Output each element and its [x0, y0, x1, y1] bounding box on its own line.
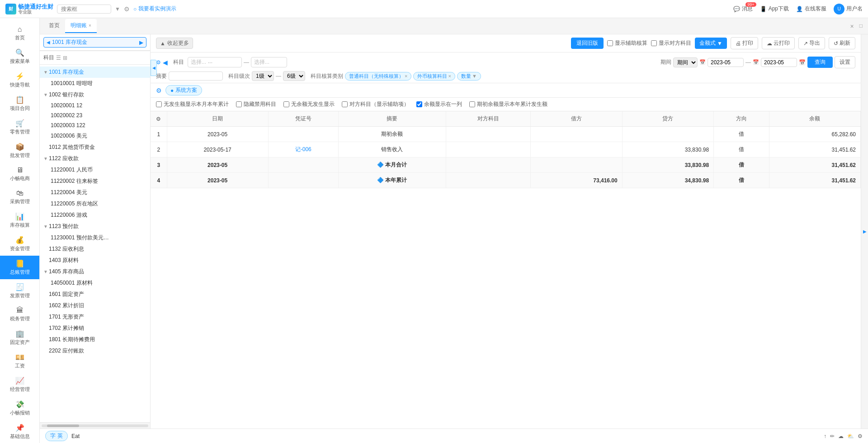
filter-icon[interactable]: ⚙: [156, 87, 162, 94]
cb-opposite-subject-input[interactable]: [342, 101, 348, 107]
sidebar-item-finance[interactable]: 💰 资金管理: [0, 232, 39, 256]
filter-sort-icon[interactable]: ◀: [163, 59, 168, 66]
tree-item-1701[interactable]: ▶ 1701 无形资产: [40, 311, 150, 323]
show-aux-checkbox[interactable]: [607, 40, 613, 46]
setting-button[interactable]: 设置: [835, 56, 855, 68]
expand-more-button[interactable]: ▲ 收起更多: [156, 38, 193, 49]
print-button[interactable]: 🖨 打印: [731, 37, 758, 49]
period-start-input[interactable]: [708, 58, 744, 67]
tree-item-1012[interactable]: ▶ 1012 其他货币资金: [40, 142, 150, 153]
tag-close-ordinary[interactable]: ×: [405, 73, 407, 79]
tree-item-10010001[interactable]: 10010001 咁咁咁: [40, 78, 150, 89]
tag-close-quantity[interactable]: ▼: [472, 73, 477, 79]
tree-view-icon[interactable]: ⊞: [63, 55, 67, 61]
tree-item-1403[interactable]: ▶ 1403 原材料: [40, 255, 150, 266]
forward-arrow-icon[interactable]: ▶: [139, 39, 143, 46]
demo-button[interactable]: ○ 我要看实例演示: [133, 5, 176, 13]
tree-item-11220005[interactable]: 11220005 所在地区: [40, 198, 150, 210]
sidebar-item-purchase[interactable]: 🛍 采购管理: [0, 186, 39, 209]
amount-format-button[interactable]: 金额式 ▼: [695, 38, 727, 49]
tree-item-1405[interactable]: ▼ 1405 库存商品: [40, 266, 150, 277]
show-opposite-checkbox[interactable]: [651, 40, 657, 46]
cb-no-balance-input[interactable]: [283, 101, 289, 107]
tab-close-icon[interactable]: ×: [89, 23, 91, 28]
system-scheme-button[interactable]: ● 系统方案: [165, 85, 202, 95]
cb-balance-one-col[interactable]: 余额显示在一列: [416, 100, 462, 108]
period-type-select[interactable]: 期间: [673, 57, 698, 67]
cb-no-transaction-input[interactable]: [156, 101, 162, 107]
back-old-version-button[interactable]: 退回旧版: [571, 38, 604, 49]
query-button[interactable]: 查询: [807, 57, 833, 68]
sidebar-item-retail[interactable]: 🛒 零售管理: [0, 115, 39, 139]
tree-item-1602[interactable]: ▶ 1602 累计折旧: [40, 300, 150, 311]
level-to-select[interactable]: 6级: [283, 71, 305, 81]
sidebar-item-operations[interactable]: 📈 经营管理: [0, 373, 39, 396]
left-collapse-toggle[interactable]: ◀: [151, 60, 157, 76]
status-gear-icon[interactable]: ⚙: [858, 433, 863, 439]
tree-item-10020001[interactable]: 10020001 12: [40, 100, 150, 110]
tree-item-11220004[interactable]: 11220004 美元: [40, 187, 150, 198]
window-expand-icon[interactable]: □: [858, 23, 864, 30]
tree-item-1002[interactable]: ▼ 1002 银行存款: [40, 89, 150, 100]
sidebar-item-inventory[interactable]: 📊 库存核算: [0, 209, 39, 232]
tree-item-10020003[interactable]: 10020003 122: [40, 120, 150, 130]
tree-item-2202[interactable]: ▶ 2202 应付账款: [40, 345, 150, 357]
tab-detail[interactable]: 明细账 ×: [65, 19, 97, 33]
cb-no-transaction[interactable]: 无发生额显示本月本年累计: [156, 100, 229, 108]
cb-opening-balance-input[interactable]: [469, 101, 475, 107]
tree-item-1123[interactable]: ▼ 1123 预付款: [40, 221, 150, 232]
cb-hide-disabled[interactable]: 隐藏禁用科目: [236, 100, 276, 108]
cb-hide-disabled-input[interactable]: [236, 101, 242, 107]
tree-item-11230001[interactable]: 11230001 预付款美元…: [40, 232, 150, 243]
cb-opposite-subject[interactable]: 对方科目（显示辅助项）: [342, 100, 409, 108]
cb-balance-one-col-input[interactable]: [416, 101, 422, 107]
tree-item-11220001[interactable]: 11220001 人民币: [40, 164, 150, 176]
tree-item-10020002[interactable]: 10020002 23: [40, 110, 150, 120]
tree-item-1122[interactable]: ▼ 1122 应收款: [40, 153, 150, 164]
show-aux-check[interactable]: 显示辅助核算: [607, 39, 647, 47]
sidebar-item-search[interactable]: 🔍 搜索菜单: [0, 45, 39, 68]
tab-home[interactable]: 首页: [43, 19, 65, 33]
status-up-icon[interactable]: ↑: [824, 433, 826, 439]
user-action[interactable]: U 用户名: [834, 4, 863, 14]
sidebar-item-invoice[interactable]: 🧾 发票管理: [0, 279, 39, 303]
dropdown-icon[interactable]: ▼: [115, 6, 120, 12]
list-view-icon[interactable]: ☰: [56, 55, 61, 61]
window-close-icon[interactable]: ×: [849, 23, 856, 30]
level-from-select[interactable]: 1级: [252, 71, 274, 81]
search-input[interactable]: [57, 5, 111, 14]
tree-item-10020006[interactable]: 10020006 美元: [40, 130, 150, 142]
row-voucher-2[interactable]: 记-006: [268, 142, 338, 157]
sidebar-item-wholesale[interactable]: 📦 批发管理: [0, 139, 39, 162]
summary-input[interactable]: [169, 71, 223, 81]
tree-item-1132[interactable]: ▶ 1132 应收利息: [40, 243, 150, 255]
sidebar-item-expense[interactable]: 💸 小畅报销: [0, 396, 39, 420]
right-edge-collapse[interactable]: ▶: [861, 34, 868, 429]
sidebar-item-salary[interactable]: 💴 工资: [0, 349, 39, 373]
sidebar-item-tax[interactable]: 🏛 税务管理: [0, 303, 39, 326]
status-cloud2-icon[interactable]: ⛅: [847, 433, 854, 439]
sidebar-item-ecommerce[interactable]: 🖥 小畅电商: [0, 162, 39, 186]
cb-opening-balance[interactable]: 期初余额显示本年累计发生额: [469, 100, 547, 108]
sidebar-item-home[interactable]: ⌂ 首页: [0, 22, 39, 45]
show-opposite-check[interactable]: 显示对方科目: [651, 39, 691, 47]
tree-item-1801[interactable]: ▶ 1801 长期待摊费用: [40, 334, 150, 345]
period-end-input[interactable]: [761, 58, 797, 67]
cloud-print-button[interactable]: ☁ 云打印: [762, 37, 795, 49]
translate-button[interactable]: 字 英: [45, 431, 68, 441]
tree-item-11220006[interactable]: 11220006 游戏: [40, 210, 150, 221]
sidebar-item-project[interactable]: 📋 项目合同: [0, 92, 39, 115]
tree-item-11220002[interactable]: 11220002 往来标签: [40, 176, 150, 187]
refresh-button[interactable]: ↺ 刷新: [829, 37, 855, 49]
status-edit-icon[interactable]: ✏: [830, 433, 835, 439]
export-button[interactable]: ↗ 导出: [798, 37, 825, 49]
sidebar-item-quicknav[interactable]: ⚡ 快捷导航: [0, 68, 39, 92]
col-gear[interactable]: ⚙: [151, 111, 167, 127]
tree-item-1001[interactable]: ▼ 1001 库存现金: [40, 67, 150, 78]
message-action[interactable]: 💬 消息 99+: [733, 5, 753, 13]
tree-item-1601[interactable]: ▶ 1601 固定资产: [40, 289, 150, 300]
tree-item-14050001[interactable]: 14050001 原材料: [40, 277, 150, 289]
tag-close-foreign[interactable]: ×: [448, 73, 451, 79]
settings-icon[interactable]: ⚙: [124, 5, 130, 13]
app-download-action[interactable]: 📱 App下载: [760, 5, 789, 13]
